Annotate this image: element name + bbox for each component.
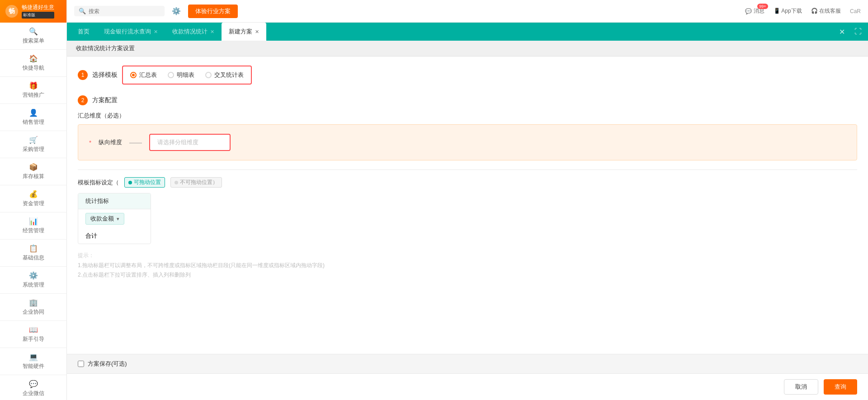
template-options: 汇总表 明细表 交叉统计表	[122, 66, 252, 85]
step1-num: 1	[78, 70, 88, 80]
draggable-dot	[128, 181, 132, 184]
step1-section: 1 选择模板 汇总表 明细表 交叉统计表	[78, 66, 857, 85]
tab-close-bank[interactable]: ✕	[154, 29, 158, 35]
radio-option-detail[interactable]: 明细表	[168, 71, 194, 79]
radio-label-cross: 交叉统计表	[214, 71, 244, 79]
sidebar-item-purchase[interactable]: 🛒采购管理	[0, 131, 66, 158]
system-icon: ⚙️	[29, 271, 38, 280]
maximize-icon[interactable]: ⛶	[852, 25, 864, 38]
tab-bank[interactable]: 现金银行流水查询✕	[97, 23, 165, 41]
tab-label-bank: 现金银行流水查询	[104, 28, 151, 36]
row-dimension-label: 纵向维度	[99, 138, 122, 146]
sidebar-item-system[interactable]: ⚙️系统管理	[0, 267, 66, 294]
dimension-config: 汇总维度（必选） * 纵向维度 —— 请选择分组维度	[78, 112, 857, 160]
radio-circle-summary	[130, 72, 137, 78]
tab-label-home: 首页	[78, 28, 90, 36]
finance-icon: 💰	[29, 190, 38, 198]
inventory-icon: 📦	[29, 163, 38, 171]
main-area: 🔍 ⚙️ 体验行业方案 💬 消息 99+ 📱 App下载 🎧 在线客服 CaR	[67, 0, 868, 400]
sidebar: 畅 畅捷通好生意 标准版 🔍搜索菜单🏠快捷导航🎁营销推广👤销售管理🛒采购管理📦库…	[0, 0, 67, 400]
step2-section: 2 方案配置 汇总维度（必选） * 纵向维度 —— 请选择分组维度	[78, 95, 857, 286]
wechat-icon: 💬	[29, 380, 38, 388]
sidebar-item-basic[interactable]: 📋基础信息	[0, 240, 66, 267]
gear-icon[interactable]: ⚙️	[172, 7, 181, 15]
search-box[interactable]: 🔍	[74, 6, 165, 16]
sidebar-item-sales[interactable]: 👤销售管理	[0, 104, 66, 131]
tab-close-collection[interactable]: ✕	[210, 29, 214, 35]
industry-btn[interactable]: 体验行业方案	[188, 5, 238, 18]
step2-title: 方案配置	[92, 96, 118, 104]
close-window-icon[interactable]: ✕	[835, 25, 848, 38]
sidebar-label-finance: 资金管理	[23, 200, 44, 207]
indicator-table-row: 收款金额 ▾	[78, 209, 151, 228]
dimension-placeholder: 请选择分组维度	[157, 139, 198, 146]
total-label: 合计	[85, 232, 97, 240]
sidebar-item-guide[interactable]: 📖新手引导	[0, 321, 66, 348]
download-icon: 📱	[774, 8, 780, 14]
form-container: 1 选择模板 汇总表 明细表 交叉统计表 2 方案配置 汇总维度（必选）	[67, 56, 868, 354]
indicator-settings: 模板指标设定（ 可拖动位置 不可拖动位置） 统计指标	[78, 169, 857, 245]
basic-icon: 📋	[29, 244, 38, 253]
sidebar-item-marketing[interactable]: 🎁营销推广	[0, 77, 66, 104]
step2-header: 2 方案配置	[78, 95, 857, 105]
username-text: CaR	[850, 8, 861, 14]
sidebar-item-inventory[interactable]: 📦库存核算	[0, 158, 66, 185]
sidebar-label-enterprise: 企业协同	[23, 308, 44, 316]
tips-title: 提示：	[78, 252, 94, 259]
save-checkbox[interactable]	[78, 361, 84, 367]
dimension-title: 汇总维度（必选）	[78, 112, 857, 120]
sidebar-item-operation[interactable]: 📊经营管理	[0, 212, 66, 240]
sales-icon: 👤	[29, 108, 38, 117]
sidebar-logo: 畅 畅捷通好生意 标准版	[0, 0, 66, 23]
draggable-badge: 可拖动位置	[124, 177, 165, 188]
search-icon: 🔍	[79, 8, 86, 14]
non-draggable-badge: 不可拖动位置）	[170, 177, 222, 188]
sidebar-label-search: 搜索菜单	[23, 37, 44, 45]
sidebar-item-wechat[interactable]: 💬企业微信	[0, 375, 66, 400]
online-service-btn[interactable]: 🎧 在线客服	[811, 7, 841, 15]
radio-option-summary[interactable]: 汇总表	[130, 71, 157, 79]
sidebar-label-inventory: 库存核算	[23, 173, 44, 180]
indicator-table-header: 统计指标	[78, 193, 151, 209]
search-input[interactable]	[89, 8, 152, 14]
marketing-icon: 🎁	[29, 81, 38, 90]
tab-collection[interactable]: 收款情况统计✕	[165, 23, 222, 41]
sidebar-item-enterprise[interactable]: 🏢企业协同	[0, 294, 66, 321]
sidebar-item-hardware[interactable]: 💻智能硬件	[0, 348, 66, 375]
dimension-area: * 纵向维度 —— 请选择分组维度	[78, 124, 857, 160]
tab-close-new_plan[interactable]: ✕	[255, 29, 259, 35]
sidebar-label-wechat: 企业微信	[23, 390, 44, 397]
dimension-row: * 纵向维度 —— 请选择分组维度	[89, 134, 846, 151]
sidebar-label-basic: 基础信息	[23, 254, 44, 262]
footer: 取消 查询	[67, 373, 868, 400]
topbar: 🔍 ⚙️ 体验行业方案 💬 消息 99+ 📱 App下载 🎧 在线客服 CaR	[67, 0, 868, 23]
tab-new_plan[interactable]: 新建方案✕	[222, 23, 266, 41]
cancel-button[interactable]: 取消	[784, 379, 818, 395]
indicator-title: 模板指标设定（	[78, 179, 119, 187]
tab-home[interactable]: 首页	[71, 23, 97, 41]
tips-section: 提示： 1.拖动标题栏可以调整布局，不可跨维度或指标区域拖动栏目段(只能在同一维…	[78, 245, 857, 286]
sidebar-label-quicknav: 快捷导航	[23, 64, 44, 72]
enterprise-icon: 🏢	[29, 298, 38, 307]
radio-circle-detail	[168, 72, 174, 78]
chevron-down-icon: ▾	[117, 216, 119, 222]
hardware-icon: 💻	[29, 353, 38, 361]
dimension-selector[interactable]: 请选择分组维度	[149, 134, 231, 151]
query-button[interactable]: 查询	[824, 379, 857, 395]
logo-app-name: 畅捷通好生意	[22, 4, 54, 11]
message-btn[interactable]: 💬 消息 99+	[745, 7, 764, 15]
radio-option-cross[interactable]: 交叉统计表	[205, 71, 244, 79]
tips-line: 1.拖动标题栏可以调整布局，不可跨维度或指标区域拖动栏目段(只能在同一维度或指标…	[78, 261, 857, 271]
required-star: *	[89, 139, 91, 146]
save-label: 方案保存(可选)	[88, 360, 127, 368]
indicator-total-row: 合计	[78, 228, 151, 244]
radio-circle-cross	[205, 72, 212, 78]
indicator-table: 统计指标 收款金额 ▾ 合计	[78, 193, 151, 244]
step2-num: 2	[78, 95, 88, 105]
message-icon: 💬	[745, 8, 752, 14]
sidebar-item-finance[interactable]: 💰资金管理	[0, 185, 66, 212]
sidebar-item-search[interactable]: 🔍搜索菜单	[0, 23, 66, 50]
sidebar-item-quicknav[interactable]: 🏠快捷导航	[0, 50, 66, 77]
app-download-btn[interactable]: 📱 App下载	[774, 7, 802, 15]
indicator-tag-amount[interactable]: 收款金额 ▾	[85, 213, 124, 225]
